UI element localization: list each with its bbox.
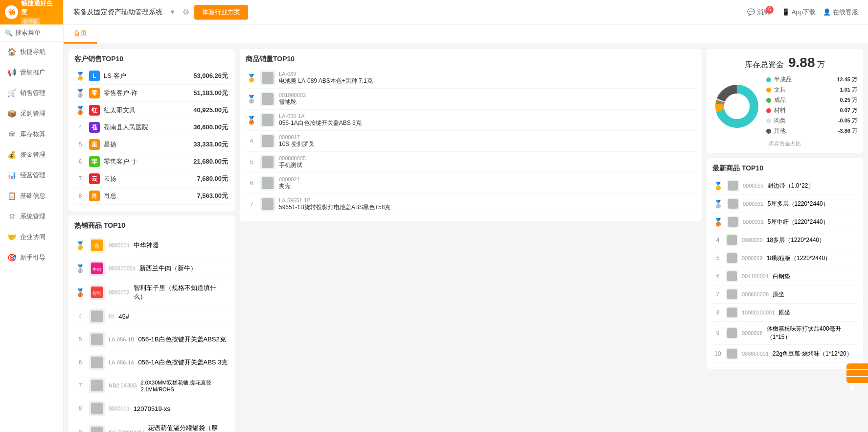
product-rank-panel: 商品销量TOP10 🥇 LA-089 电池盖 LA-089 ABS本色+黑种 7…	[240, 49, 702, 221]
latest-product-2: 🥈 0000032 5厘多层（1220*2440）	[712, 195, 857, 213]
search-menu[interactable]: 🔍 搜索菜单	[0, 24, 63, 42]
main-area: 装备及固定资产辅助管理系统 ▼ ⚙ 体验行业方案 💬 消息 6 📱 App下载 …	[64, 0, 868, 432]
customer-amount-1: 53,006.26元	[193, 72, 228, 80]
online-service-item[interactable]: 👤 在线客服	[823, 8, 858, 17]
hot-code-8: 0000011	[109, 406, 130, 411]
app-download-item[interactable]: 📱 App下载	[782, 8, 816, 17]
latest-product-10: 10 003800001 22g鱼豆腐-烧烤味（1*12*20）	[712, 345, 857, 363]
sidebar-item-sales[interactable]: 🛒 销售管理	[0, 83, 63, 103]
hot-product-8: 8 0000011 12070519-xs	[74, 397, 229, 420]
dropdown-arrow[interactable]: ▼	[169, 8, 176, 16]
latest-name-5: 18颗粒板（1220*2440）	[767, 254, 856, 263]
hot-product-7: 7 NB2.0X30B 2.0X30MM双搓花轴,搓花直径2.1MM/ROHS	[74, 374, 229, 397]
product-code-7: LA-59651-1B	[279, 197, 695, 203]
sidebar-item-marketing[interactable]: 📢 营销推广	[0, 62, 63, 83]
sidebar-item-coop[interactable]: 🤝 企业协同	[0, 227, 63, 247]
product-rank-item-1: 🥇 LA-089 电池盖 LA-089 ABS本色+黑种 7.1克	[246, 68, 696, 89]
svg-rect-18	[262, 198, 274, 210]
product-name-5: 手机测试	[279, 161, 695, 169]
sidebar-item-operations[interactable]: 📊 经营管理	[0, 165, 63, 186]
svg-point-25	[724, 94, 750, 119]
float-btn-community[interactable]: 服务社区	[846, 370, 868, 376]
latest-code-1: 0000033	[743, 183, 764, 189]
product-name-2: 雪地靴	[279, 98, 695, 106]
medal-3: 🥉	[75, 106, 85, 115]
product-info-2: 001000002 雪地靴	[279, 92, 695, 106]
sidebar-item-inventory[interactable]: 🏛 库存核算	[0, 124, 63, 144]
right-column: 库存总资金 9.88 万	[707, 49, 863, 427]
sidebar-item-guide[interactable]: 🎯 新手引导	[0, 247, 63, 268]
svg-text:食: 食	[94, 243, 100, 249]
badge-7: 云	[89, 173, 100, 184]
svg-rect-33	[727, 308, 737, 317]
svg-rect-35	[727, 349, 737, 359]
latest-rank-7: 7	[713, 291, 722, 298]
sidebar-item-system[interactable]: ⚙ 系统管理	[0, 206, 63, 227]
product-img-5	[260, 155, 275, 169]
product-rank-item-7: 7 LA-59651-1B 59651-1B旋转投影灯电池盖ABS黑色+58克	[246, 194, 696, 215]
product-name-6: 夹壳	[279, 182, 695, 191]
rank-num-5: 5	[75, 141, 85, 148]
hot-product-4: 4 01 45#	[74, 305, 229, 328]
sidebar-item-quick-nav[interactable]: 🏠 快捷导航	[0, 42, 63, 62]
product-img-1	[260, 71, 275, 85]
latest-product-5: 5 0000029 18颗粒板（1220*2440）	[712, 249, 857, 267]
svg-rect-7	[91, 334, 103, 345]
latest-img-2	[727, 198, 739, 210]
sidebar-item-purchase[interactable]: 📦 采购管理	[0, 103, 63, 124]
float-btn-live[interactable]: 直播	[846, 377, 868, 383]
settings-icon[interactable]: ⚙	[183, 7, 189, 17]
latest-products-panel: 最新商品 TOP10 🥇 0000033 封边带（1.0*22） 🥈	[707, 158, 863, 369]
hot-product-6: 6 LA-056-1A 056-1A白色按键开关盖ABS 3克	[74, 351, 229, 374]
float-btn-service[interactable]: 客服热线	[846, 363, 868, 369]
legend-item-2: 文具 1.01 万	[766, 86, 857, 94]
customer-name-3: 红太阳文具	[104, 106, 189, 115]
hot-name-9: 花语萌值温分罐罐袋（厚款）	[148, 424, 228, 432]
hot-img-6	[89, 355, 105, 370]
message-item[interactable]: 💬 消息 6	[747, 8, 770, 17]
customer-rank-item-5: 5 星 星扬 33,333.00元	[74, 136, 229, 153]
sidebar-item-finance[interactable]: 💰 资金管理	[0, 144, 63, 165]
product-rank-6: 6	[247, 180, 256, 187]
try-button[interactable]: 体验行业方案	[194, 5, 248, 20]
latest-img-8	[726, 307, 738, 318]
customer-rank-item-1: 🥇 L LS 客户 53,006.26元	[74, 68, 229, 85]
svg-rect-17	[262, 177, 274, 189]
hot-product-3: 🥉 智利 0000002 智利车子里（规格不知道填什么）	[74, 280, 229, 305]
hot-medal-2: 🥈	[75, 264, 85, 273]
product-name-3: 056-1A白色按键开关盖ABS 3克	[279, 119, 695, 127]
latest-img-3	[727, 216, 739, 228]
medal-1: 🥇	[75, 72, 85, 81]
product-img-3	[260, 113, 275, 127]
latest-products-title: 最新商品 TOP10	[712, 164, 857, 173]
sidebar: 畅 畅捷通好生意 标准版 🔍 搜索菜单 🏠 快捷导航 📢 营销推广 🛒 销售管理…	[0, 0, 64, 432]
product-img-6	[260, 176, 275, 191]
sidebar-item-base-info[interactable]: 📋 基础信息	[0, 186, 63, 206]
customer-amount-8: 7,563.00元	[197, 192, 228, 200]
nav-tabs: 首页	[64, 24, 868, 44]
latest-img-10	[726, 348, 738, 360]
latest-product-1: 🥇 0000033 封边带（1.0*22）	[712, 177, 857, 195]
latest-code-10: 003800001	[742, 351, 769, 357]
main-content: 客户销售TOP10 🥇 L LS 客户 53,006.26元 🥈 零 零售	[64, 44, 868, 432]
service-icon: 👤	[823, 8, 831, 16]
latest-name-9: 体橄嘉核味苏打饮品400毫升（1*15）	[767, 325, 856, 341]
product-medal-1: 🥇	[247, 73, 256, 83]
legend-dot-2	[766, 88, 771, 93]
latest-medal-1: 🥇	[713, 181, 723, 191]
tab-home[interactable]: 首页	[64, 24, 97, 44]
svg-rect-11	[91, 427, 103, 432]
latest-code-3: 0000031	[743, 219, 764, 225]
product-code-1: LA-089	[279, 71, 695, 77]
customer-rank-item-8: 8 肖 肖总 7,563.00元	[74, 188, 229, 205]
topbar: 装备及固定资产辅助管理系统 ▼ ⚙ 体验行业方案 💬 消息 6 📱 App下载 …	[64, 0, 868, 24]
hot-img-5	[89, 332, 105, 347]
latest-name-3: 5厘中纤（1220*2440）	[768, 218, 856, 226]
float-buttons: 客服热线 服务社区 直播	[846, 363, 868, 383]
customer-name-1: LS 客户	[104, 72, 189, 80]
svg-text:牛肉: 牛肉	[92, 267, 101, 272]
customer-amount-7: 7,680.00元	[197, 174, 228, 183]
product-rank-item-4: 4 0000017 10S 变刹罗叉	[246, 131, 696, 152]
message-icon: 💬	[747, 8, 755, 16]
latest-rank-6: 6	[713, 273, 722, 280]
